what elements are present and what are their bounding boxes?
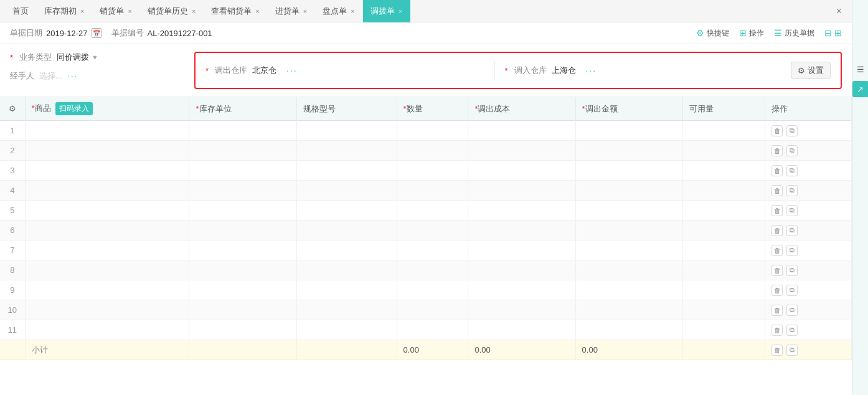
cell-cost[interactable]	[468, 121, 575, 141]
cell-spec[interactable]	[296, 221, 397, 240]
copy-row-button[interactable]: ⧉	[786, 185, 798, 196]
copy-row-button[interactable]: ⧉	[786, 225, 798, 236]
operations-button[interactable]: ⊞ 操作	[739, 28, 764, 39]
settings-button[interactable]: ⚙ 设置	[791, 62, 831, 79]
sidebar-export-icon[interactable]: ↗	[852, 81, 869, 97]
tab-purchase-order[interactable]: 进货单 ×	[268, 0, 315, 22]
window-close-button[interactable]: ×	[831, 6, 847, 17]
calendar-icon[interactable]: 📅	[92, 28, 101, 38]
tab-close-view-sales[interactable]: ×	[255, 7, 259, 15]
delete-row-button[interactable]: 🗑	[771, 305, 783, 316]
delete-row-button[interactable]: 🗑	[771, 285, 783, 296]
delete-row-button[interactable]: 🗑	[771, 265, 783, 276]
subtotal-delete-button[interactable]: 🗑	[771, 345, 783, 356]
cell-amount[interactable]	[575, 141, 682, 161]
in-warehouse-value[interactable]: 上海仓	[552, 65, 576, 76]
tab-home[interactable]: 首页	[5, 0, 37, 22]
cell-cost[interactable]	[468, 260, 575, 280]
delete-row-button[interactable]: 🗑	[771, 325, 783, 336]
delete-row-button[interactable]: 🗑	[771, 165, 783, 176]
cell-unit[interactable]	[189, 320, 296, 340]
cell-spec[interactable]	[296, 260, 397, 280]
cell-amount[interactable]	[575, 300, 682, 320]
cell-cost[interactable]	[468, 280, 575, 300]
handler-placeholder[interactable]: 选择...	[39, 70, 62, 82]
sidebar-list-icon[interactable]: ☰	[854, 62, 867, 76]
cell-qty[interactable]	[397, 221, 468, 240]
th-settings[interactable]: ⚙	[0, 97, 25, 121]
handler-dots[interactable]: ···	[67, 71, 78, 81]
cell-cost[interactable]	[468, 201, 575, 221]
tab-view-sales[interactable]: 查看销货单 ×	[204, 0, 267, 22]
tab-close-sales-history[interactable]: ×	[192, 7, 196, 15]
business-type-select[interactable]: 同价调拨 ▼	[57, 52, 98, 63]
out-warehouse-value[interactable]: 北京仓	[252, 65, 276, 76]
copy-row-button[interactable]: ⧉	[786, 305, 798, 316]
delete-row-button[interactable]: 🗑	[771, 125, 783, 136]
cell-spec[interactable]	[296, 280, 397, 300]
cell-cost[interactable]	[468, 161, 575, 181]
subtotal-copy-button[interactable]: ⧉	[786, 345, 798, 356]
cell-available[interactable]	[682, 141, 765, 161]
delete-row-button[interactable]: 🗑	[771, 225, 783, 236]
history-button[interactable]: ☰ 历史单据	[774, 28, 814, 39]
cell-unit[interactable]	[189, 181, 296, 201]
cell-spec[interactable]	[296, 240, 397, 260]
delete-row-button[interactable]: 🗑	[771, 185, 783, 196]
copy-row-button[interactable]: ⧉	[786, 205, 798, 216]
tab-close-inventory-check[interactable]: ×	[351, 7, 354, 15]
copy-row-button[interactable]: ⧉	[786, 265, 798, 276]
cell-cost[interactable]	[468, 300, 575, 320]
cell-amount[interactable]	[575, 201, 682, 221]
cell-spec[interactable]	[296, 300, 397, 320]
cell-product[interactable]	[25, 280, 189, 300]
cell-spec[interactable]	[296, 141, 397, 161]
cell-qty[interactable]	[397, 161, 468, 181]
cell-qty[interactable]	[397, 280, 468, 300]
cell-spec[interactable]	[296, 181, 397, 201]
cell-spec[interactable]	[296, 320, 397, 340]
cell-available[interactable]	[682, 221, 765, 240]
cell-qty[interactable]	[397, 240, 468, 260]
scan-button[interactable]: 扫码录入	[55, 102, 93, 115]
shortcuts-button[interactable]: ⚙ 快捷键	[696, 28, 729, 39]
cell-unit[interactable]	[189, 260, 296, 280]
cell-product[interactable]	[25, 240, 189, 260]
delete-row-button[interactable]: 🗑	[771, 145, 783, 156]
copy-row-button[interactable]: ⧉	[786, 165, 798, 176]
cell-unit[interactable]	[189, 141, 296, 161]
cell-unit[interactable]	[189, 161, 296, 181]
cell-product[interactable]	[25, 141, 189, 161]
cell-amount[interactable]	[575, 221, 682, 240]
cell-available[interactable]	[682, 320, 765, 340]
date-value[interactable]: 2019-12-27	[46, 29, 88, 38]
copy-row-button[interactable]: ⧉	[786, 325, 798, 336]
cell-available[interactable]	[682, 300, 765, 320]
cell-available[interactable]	[682, 161, 765, 181]
tab-close-sales-order[interactable]: ×	[128, 7, 131, 15]
cell-amount[interactable]	[575, 161, 682, 181]
cell-cost[interactable]	[468, 181, 575, 201]
delete-row-button[interactable]: 🗑	[771, 245, 783, 256]
cell-qty[interactable]	[397, 141, 468, 161]
cell-amount[interactable]	[575, 280, 682, 300]
tab-close-transfer-order[interactable]: ×	[399, 7, 402, 15]
tab-sales-order[interactable]: 销货单 ×	[92, 0, 139, 22]
copy-row-button[interactable]: ⧉	[786, 245, 798, 256]
cell-unit[interactable]	[189, 240, 296, 260]
cell-unit[interactable]	[189, 201, 296, 221]
cell-qty[interactable]	[397, 260, 468, 280]
cell-unit[interactable]	[189, 221, 296, 240]
tab-sales-history[interactable]: 销货单历史 ×	[140, 0, 204, 22]
tab-close-purchase-order[interactable]: ×	[303, 7, 307, 15]
copy-row-button[interactable]: ⧉	[786, 125, 798, 136]
delete-row-button[interactable]: 🗑	[771, 205, 783, 216]
tab-inventory-init[interactable]: 库存期初 ×	[37, 0, 92, 22]
cell-available[interactable]	[682, 121, 765, 141]
tab-inventory-check[interactable]: 盘点单 ×	[315, 0, 362, 22]
cell-available[interactable]	[682, 260, 765, 280]
cell-spec[interactable]	[296, 201, 397, 221]
cell-qty[interactable]	[397, 320, 468, 340]
cell-spec[interactable]	[296, 121, 397, 141]
cell-amount[interactable]	[575, 320, 682, 340]
